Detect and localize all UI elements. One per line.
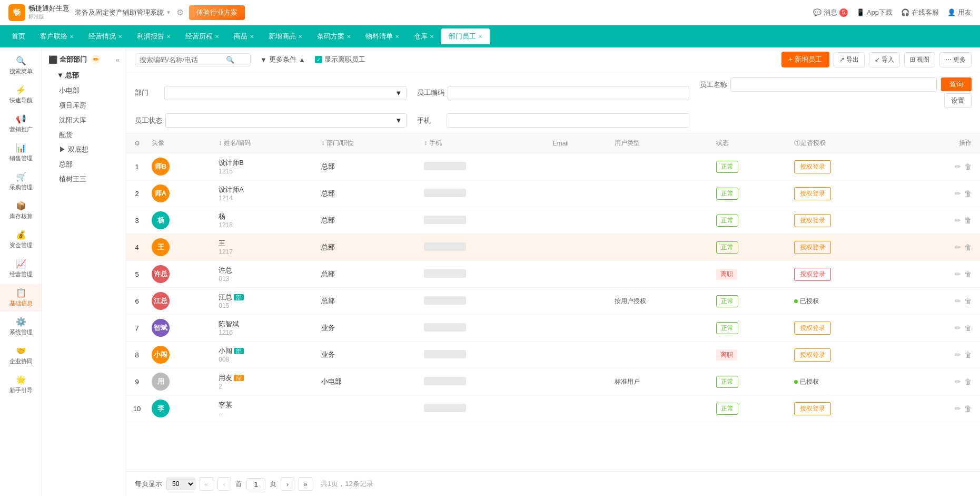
col-phone[interactable]: ↕ 手机 — [420, 133, 548, 153]
sidebar-item-purchase[interactable]: 🛒 采购管理 — [0, 168, 42, 196]
sidebar-item-marketing[interactable]: 📢 营销推广 — [0, 110, 42, 138]
edit-button[interactable]: ✏ — [955, 324, 961, 332]
tab-goods[interactable]: 商品✕ — [226, 28, 261, 44]
col-dept[interactable]: ↕ 部门/职位 — [317, 133, 420, 153]
settings-button[interactable]: ⚙ — [176, 7, 184, 17]
delete-button[interactable]: 🗑 — [964, 351, 972, 359]
close-icon[interactable]: ✕ — [395, 34, 399, 40]
dept-select[interactable]: ▼ — [164, 86, 407, 100]
user-menu[interactable]: 👤 用友 — [947, 8, 972, 17]
message-button[interactable]: 💬 消息 5 — [813, 8, 848, 17]
first-page-button[interactable]: « — [200, 477, 213, 491]
auth-button[interactable]: 授权登录 — [794, 241, 831, 254]
sidebar-item-finance[interactable]: 💰 资金管理 — [0, 226, 42, 254]
edit-button[interactable]: ✏ — [955, 216, 961, 225]
sidebar-item-search[interactable]: 🔍 搜索菜单 — [0, 52, 42, 80]
close-icon[interactable]: ✕ — [166, 34, 171, 40]
search-input[interactable] — [140, 56, 224, 64]
trial-button[interactable]: 体验行业方案 — [189, 5, 245, 20]
auth-button[interactable]: 授权登录 — [794, 214, 831, 227]
auth-button[interactable]: 授权登录 — [794, 160, 831, 173]
close-icon[interactable]: ✕ — [215, 34, 219, 40]
online-service-button[interactable]: 🎧 在线客服 — [901, 8, 939, 17]
tab-history[interactable]: 经营历程✕ — [178, 28, 226, 44]
dept-edit-icon[interactable]: ✏ — [91, 55, 101, 64]
next-page-button[interactable]: › — [281, 477, 294, 491]
edit-button[interactable]: ✏ — [955, 377, 961, 386]
tab-bom[interactable]: 物料清单✕ — [358, 28, 407, 44]
close-icon[interactable]: ✕ — [347, 34, 351, 40]
tab-home[interactable]: 首页 — [4, 28, 33, 44]
auth-button[interactable]: 授权登录 — [794, 348, 831, 362]
dept-item-zongbu[interactable]: ▼ 总部 — [46, 67, 126, 83]
emp-code-input[interactable] — [448, 86, 689, 100]
system-title-arrow[interactable]: ▼ — [166, 9, 171, 15]
auth-button[interactable]: 授权登录 — [794, 402, 831, 415]
delete-button[interactable]: 🗑 — [964, 162, 972, 171]
tab-business[interactable]: 经营情况✕ — [81, 28, 130, 44]
sidebar-item-inventory[interactable]: 📦 库存核算 — [0, 197, 42, 225]
sidebar-item-collab[interactable]: 🤝 企业协同 — [0, 342, 42, 369]
tab-customer[interactable]: 客户联络✕ — [33, 28, 81, 44]
close-icon[interactable]: ✕ — [478, 34, 482, 40]
app-download-button[interactable]: 📱 App下载 — [856, 8, 893, 17]
dept-collapse-button[interactable]: « — [116, 56, 120, 64]
edit-button[interactable]: ✏ — [955, 162, 961, 171]
close-icon[interactable]: ✕ — [430, 34, 434, 40]
close-icon[interactable]: ✕ — [298, 34, 302, 40]
tab-profit[interactable]: 利润报告✕ — [130, 28, 178, 44]
auth-button[interactable]: 授权登录 — [794, 187, 831, 200]
delete-button[interactable]: 🗑 — [964, 377, 972, 386]
view-button[interactable]: ⊞ 视图 — [904, 52, 935, 67]
close-icon[interactable]: ✕ — [118, 34, 122, 40]
col-settings[interactable]: ⚙ — [126, 133, 147, 153]
edit-button[interactable]: ✏ — [955, 404, 961, 413]
set-button[interactable]: 设置 — [944, 93, 972, 108]
col-name[interactable]: ↕ 姓名/编码 — [214, 133, 317, 153]
more-button[interactable]: ⋯ 更多 — [939, 52, 972, 67]
page-size-select[interactable]: 50 20 100 — [166, 478, 195, 490]
export-button[interactable]: ↗ 导出 — [834, 52, 865, 67]
import-button[interactable]: ↙ 导入 — [869, 52, 900, 67]
edit-button[interactable]: ✏ — [955, 243, 961, 251]
phone-input[interactable] — [447, 113, 689, 128]
sidebar-item-sales[interactable]: 📊 销售管理 — [0, 139, 42, 167]
tab-warehouse[interactable]: 仓库✕ — [407, 28, 441, 44]
filter-more-button[interactable]: ▼ 更多条件 ▲ — [256, 53, 310, 66]
sidebar-item-guide[interactable]: 🌟 新手引导 — [0, 371, 42, 398]
delete-button[interactable]: 🗑 — [964, 270, 972, 278]
tab-new-goods[interactable]: 新增商品✕ — [261, 28, 310, 44]
prev-page-button[interactable]: ‹ — [217, 477, 231, 491]
dept-item-zhishu[interactable]: 植树王三 — [46, 172, 126, 187]
sidebar-item-basic[interactable]: 📋 基础信息 — [0, 284, 42, 312]
emp-status-select[interactable]: ▼ — [165, 113, 407, 128]
emp-name-input[interactable] — [730, 77, 937, 92]
delete-button[interactable]: 🗑 — [964, 324, 972, 332]
query-button[interactable]: 查询 — [941, 77, 972, 91]
dept-item-xiaodibu[interactable]: 小电部 — [46, 83, 126, 98]
delete-button[interactable]: 🗑 — [964, 404, 972, 413]
tab-dept-staff[interactable]: 部门员工✕ — [441, 28, 490, 44]
edit-button[interactable]: ✏ — [955, 189, 961, 198]
close-icon[interactable]: ✕ — [70, 34, 74, 40]
sidebar-item-system[interactable]: ⚙️ 系统管理 — [0, 313, 42, 341]
edit-button[interactable]: ✏ — [955, 351, 961, 359]
auth-button[interactable]: 授权登录 — [794, 322, 831, 335]
auth-button-resigned[interactable]: 授权登录 — [794, 268, 831, 281]
add-employee-button[interactable]: + 新增员工 — [781, 52, 829, 67]
dept-item-xiangmu[interactable]: 项目库房 — [46, 98, 126, 113]
edit-button[interactable]: ✏ — [955, 270, 961, 278]
tab-barcode[interactable]: 条码方案✕ — [310, 28, 358, 44]
dept-item-shuangdi[interactable]: ▶ 双底想 — [46, 142, 126, 157]
dept-item-zongbu2[interactable]: 总部 — [46, 157, 126, 172]
delete-button[interactable]: 🗑 — [964, 243, 972, 251]
delete-button[interactable]: 🗑 — [964, 216, 972, 225]
sidebar-item-quicknav[interactable]: ⚡ 快速导航 — [0, 81, 42, 109]
delete-button[interactable]: 🗑 — [964, 297, 972, 305]
dept-item-shenyang[interactable]: 沈阳大库 — [46, 113, 126, 128]
delete-button[interactable]: 🗑 — [964, 189, 972, 198]
show-resigned-toggle[interactable]: ✓ 显示离职员工 — [315, 55, 365, 64]
last-page-button[interactable]: » — [299, 477, 312, 491]
edit-button[interactable]: ✏ — [955, 297, 961, 305]
dept-item-peihuo[interactable]: 配货 — [46, 128, 126, 142]
